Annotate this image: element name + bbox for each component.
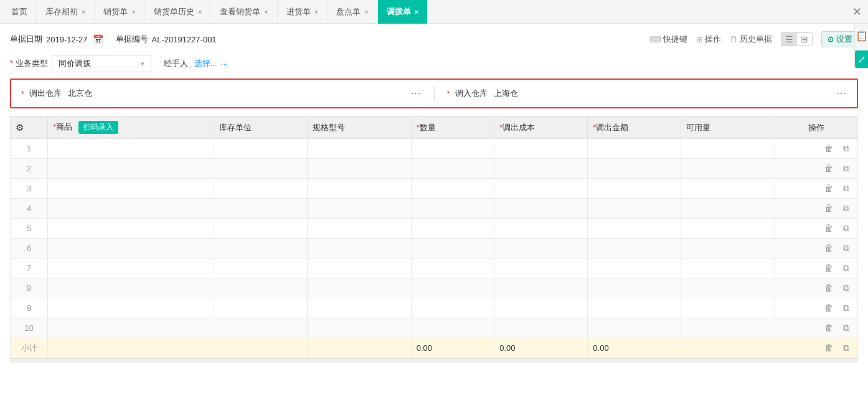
copy-row-button[interactable]: ⧉ (840, 163, 852, 175)
history-action[interactable]: 🗒 历史单据 (730, 34, 772, 45)
row-amount[interactable] (588, 159, 681, 179)
business-type-select[interactable]: 同价调拨 ▾ (52, 55, 151, 72)
row-goods[interactable] (48, 199, 214, 219)
row-amount[interactable] (588, 259, 681, 278)
delete-row-button[interactable]: 🗑 (823, 341, 835, 354)
delete-row-button[interactable]: 🗑 (823, 202, 835, 214)
row-goods[interactable] (48, 278, 214, 298)
tab-transfer-order[interactable]: 调拨单 × (378, 0, 428, 24)
row-cost[interactable] (494, 159, 588, 179)
row-amount[interactable] (588, 139, 681, 159)
row-cost[interactable] (494, 139, 588, 159)
delete-row-button[interactable]: 🗑 (823, 282, 835, 294)
copy-row-button[interactable]: ⧉ (840, 262, 852, 275)
row-goods[interactable] (48, 239, 214, 259)
row-qty[interactable] (411, 278, 494, 298)
delete-row-button[interactable]: 🗑 (823, 162, 835, 174)
copy-row-button[interactable]: ⧉ (840, 322, 852, 335)
delete-row-button[interactable]: 🗑 (823, 142, 835, 155)
row-qty[interactable] (411, 219, 494, 239)
col-header-qty: *数量 (411, 117, 494, 139)
copy-row-button[interactable]: ⧉ (840, 202, 852, 215)
warehouse-in-more-icon[interactable]: ··· (837, 88, 847, 99)
row-qty[interactable] (411, 139, 494, 159)
row-cost[interactable] (494, 259, 588, 278)
delete-row-button[interactable]: 🗑 (823, 302, 835, 314)
copy-row-button[interactable]: ⧉ (840, 143, 852, 155)
copy-row-button[interactable]: ⧉ (840, 342, 852, 355)
manager-more-icon[interactable]: ··· (221, 59, 229, 69)
row-amount[interactable] (588, 199, 681, 219)
row-qty[interactable] (411, 179, 494, 199)
tab-sales-history-close[interactable]: × (198, 8, 202, 16)
copy-row-button[interactable]: ⧉ (840, 282, 852, 295)
row-qty[interactable] (411, 259, 494, 278)
row-cost[interactable] (494, 179, 588, 199)
row-qty[interactable] (411, 159, 494, 179)
row-qty[interactable] (411, 199, 494, 219)
row-num: 小计 (11, 338, 48, 358)
row-amount[interactable] (588, 298, 681, 318)
tab-sales-order-close[interactable]: × (131, 8, 135, 16)
layout-btn-grid[interactable]: ⊞ (797, 33, 812, 45)
row-amount[interactable] (588, 318, 681, 338)
delete-row-button[interactable]: 🗑 (823, 222, 835, 234)
row-qty[interactable] (411, 318, 494, 338)
sidebar-note-icon[interactable]: 📋 (856, 30, 868, 42)
row-amount[interactable] (588, 219, 681, 239)
copy-row-button[interactable]: ⧉ (840, 222, 852, 235)
row-goods[interactable] (48, 139, 214, 159)
delete-row-button[interactable]: 🗑 (823, 321, 835, 334)
row-goods[interactable] (48, 318, 214, 338)
warehouse-out-more-icon[interactable]: ··· (411, 88, 421, 99)
row-goods[interactable] (48, 259, 214, 278)
settings-button[interactable]: ⚙ 设置 (821, 31, 858, 47)
row-cost[interactable] (494, 278, 588, 298)
tab-sales-history[interactable]: 销货单历史 × (145, 0, 211, 24)
tab-purchase-order-close[interactable]: × (314, 8, 318, 16)
row-qty[interactable] (411, 298, 494, 318)
row-amount[interactable] (588, 239, 681, 259)
copy-row-button[interactable]: ⧉ (840, 183, 852, 195)
tab-view-sales-close[interactable]: × (264, 8, 268, 16)
close-window-button[interactable]: ✕ (852, 0, 862, 24)
row-amount[interactable] (588, 179, 681, 199)
row-cost[interactable] (494, 239, 588, 259)
delete-row-button[interactable]: 🗑 (823, 182, 835, 194)
operations-action[interactable]: ⊞ 操作 (696, 34, 721, 45)
copy-row-button[interactable]: ⧉ (840, 242, 852, 255)
tab-inventory-init-close[interactable]: × (82, 8, 85, 16)
row-num: 3 (11, 179, 48, 199)
tab-inventory-check[interactable]: 盘点单 × (328, 0, 377, 24)
shortcuts-action[interactable]: ⌨ 快捷键 (649, 34, 687, 45)
row-amount[interactable] (588, 278, 681, 298)
copy-row-button[interactable]: ⧉ (840, 302, 852, 315)
row-cost[interactable] (494, 219, 588, 239)
tab-purchase-order[interactable]: 进货单 × (278, 0, 328, 24)
row-goods[interactable] (48, 159, 214, 179)
sidebar-expand-icon[interactable]: ⤢ (855, 50, 869, 68)
delete-row-button[interactable]: 🗑 (823, 262, 835, 274)
row-cost[interactable] (494, 298, 588, 318)
row-goods[interactable] (48, 179, 214, 199)
tab-home[interactable]: 首页 (5, 0, 37, 24)
row-cost[interactable] (494, 318, 588, 338)
tab-inventory-init[interactable]: 库存期初 × (37, 0, 95, 24)
manager-select-placeholder[interactable]: 选择... (194, 58, 217, 69)
tab-inventory-check-close[interactable]: × (364, 8, 368, 16)
row-goods[interactable] (48, 298, 214, 318)
horizontal-scrollbar[interactable] (10, 358, 858, 363)
layout-btn-list[interactable]: ☰ (781, 33, 797, 45)
row-goods[interactable] (48, 219, 214, 239)
delete-row-button[interactable]: 🗑 (823, 242, 835, 254)
scan-button[interactable]: 扫码录入 (78, 121, 118, 134)
row-cost[interactable] (494, 199, 588, 219)
tab-view-sales[interactable]: 查看销货单 × (211, 0, 277, 24)
doc-value: AL-20191227-001 (152, 35, 217, 44)
row-qty[interactable] (411, 239, 494, 259)
row-goods[interactable] (48, 338, 214, 358)
col-header-gear[interactable]: ⚙ (11, 117, 48, 139)
tab-transfer-order-close[interactable]: × (415, 8, 418, 16)
tab-sales-order[interactable]: 销货单 × (95, 0, 144, 24)
calendar-icon[interactable]: 📅 (93, 34, 103, 44)
